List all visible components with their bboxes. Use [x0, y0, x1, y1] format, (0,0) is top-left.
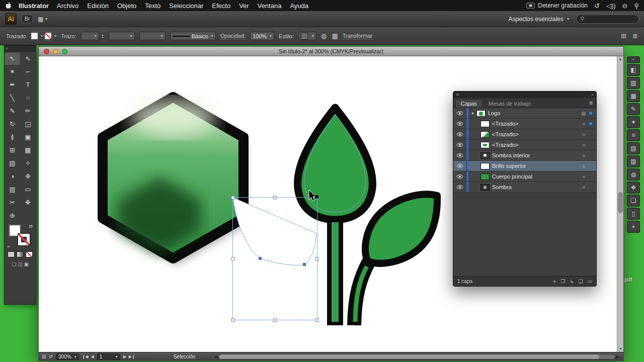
layer-thumbnail[interactable]: [480, 152, 490, 159]
layers-panel-close-button[interactable]: ✕: [456, 93, 459, 97]
tools-panel-collapse[interactable]: «: [5, 46, 36, 52]
workspace-switcher[interactable]: Aspectos esenciales ▾: [509, 16, 569, 23]
navigator-panel-icon[interactable]: ⌖: [627, 221, 640, 233]
artboard-number-field[interactable]: 1 ▾: [97, 353, 120, 360]
layer-label[interactable]: Sombra: [492, 184, 512, 190]
pencil-tool[interactable]: ✏: [20, 104, 36, 117]
layers-panel-icon[interactable]: ❏: [627, 195, 640, 207]
stroke-weight-field[interactable]: ▾: [81, 32, 99, 40]
layer-label[interactable]: <Trazado>: [492, 142, 519, 148]
brushes-panel-icon[interactable]: ✎: [627, 103, 640, 115]
zoom-tool[interactable]: ⊕: [5, 209, 20, 222]
recolor-artwork-icon[interactable]: ◍: [321, 32, 327, 40]
zoom-level-select[interactable]: 300% ▾: [56, 353, 79, 360]
width-profile-dropdown[interactable]: ▾: [139, 32, 166, 40]
target-indicator[interactable]: ○: [579, 142, 589, 148]
opacity-field[interactable]: 100% ▾: [250, 32, 274, 40]
next-artboard-button[interactable]: ▶: [123, 354, 126, 359]
spotlight-icon[interactable]: ⚲: [634, 2, 639, 10]
menu-edición[interactable]: Edición: [87, 2, 109, 10]
tab-mesas-de-trabajo[interactable]: Mesas de trabajo: [484, 99, 536, 108]
prev-artboard-button[interactable]: ◀: [91, 354, 94, 359]
layer-row[interactable]: Brillo superior ○: [453, 161, 596, 171]
stroke-dropdown-arrow[interactable]: ▾: [53, 34, 56, 38]
layer-label[interactable]: <Trazado>: [492, 121, 519, 127]
layer-row[interactable]: ▼ Logo ◎: [453, 108, 596, 119]
sprout-small-leaf[interactable]: [365, 194, 437, 263]
color-guide-panel-icon[interactable]: ▧: [627, 77, 640, 89]
scroll-down-icon[interactable]: ▼: [619, 346, 622, 351]
artboard-tool[interactable]: ▭: [20, 183, 36, 196]
step-down-icon[interactable]: ▼: [102, 36, 104, 39]
stroke-color-swatch[interactable]: [44, 32, 52, 40]
vertical-scroll-thumb[interactable]: [618, 192, 623, 213]
menu-ventana[interactable]: Ventana: [258, 2, 282, 10]
color-panel-icon[interactable]: ◧: [627, 64, 640, 76]
layer-row[interactable]: Sombra interior ○: [453, 150, 596, 161]
layer-thumbnail[interactable]: [476, 110, 486, 117]
column-graph-tool[interactable]: ▥: [5, 183, 20, 196]
lasso-tool[interactable]: ∽: [20, 65, 36, 78]
stroke-panel-icon[interactable]: ≡: [627, 129, 640, 141]
target-indicator[interactable]: ○: [579, 174, 589, 179]
new-sublayer-icon[interactable]: ↳: [570, 279, 574, 285]
selection-tool[interactable]: ↖: [5, 52, 20, 65]
sprout-main-leaf[interactable]: [298, 108, 373, 220]
minimize-button[interactable]: [53, 49, 58, 54]
artboards-panel-icon[interactable]: ▯: [627, 208, 640, 220]
pen-tool[interactable]: ✒: [5, 78, 20, 91]
target-indicator[interactable]: ○: [579, 163, 589, 169]
visibility-toggle[interactable]: [453, 129, 466, 139]
zoom-button[interactable]: [62, 49, 67, 54]
menu-ayuda[interactable]: Ayuda: [290, 2, 308, 10]
blend-tool[interactable]: ◑: [5, 169, 20, 183]
width-tool[interactable]: ≬: [5, 130, 20, 143]
search-box[interactable]: ⚲: [576, 15, 639, 24]
stroke-weight-stepper[interactable]: ▲ ▼: [102, 34, 104, 39]
apple-menu[interactable]: [5, 2, 12, 9]
appearance-panel-icon[interactable]: ◍: [627, 168, 640, 180]
scroll-up-icon[interactable]: ▲: [619, 56, 622, 62]
fill-color-swatch[interactable]: [31, 32, 38, 40]
menu-efecto[interactable]: Efecto: [212, 2, 230, 10]
history-icon[interactable]: ↺: [594, 2, 600, 10]
layer-label[interactable]: Cuerpo principal: [492, 173, 532, 179]
layer-row[interactable]: Cuerpo principal ○: [453, 171, 596, 182]
status-flow-icon[interactable]: ⇄: [49, 354, 53, 359]
layer-row[interactable]: <Trazado> ○: [453, 129, 596, 140]
layer-label[interactable]: <Trazado>: [492, 131, 519, 137]
target-indicator[interactable]: ○: [579, 121, 589, 127]
gradient-tool[interactable]: ▤: [5, 156, 20, 169]
ellipse-tool[interactable]: ○: [20, 91, 36, 104]
graphic-style-dropdown[interactable]: ▾: [298, 32, 316, 40]
layer-thumbnail[interactable]: [480, 142, 490, 148]
menu-ver[interactable]: Ver: [239, 2, 249, 10]
layers-panel-collapse-button[interactable]: »: [592, 93, 594, 97]
dock-expand-button[interactable]: «: [627, 56, 640, 63]
arrange-documents-button[interactable]: ▦ ▾: [38, 16, 47, 23]
panel-menu-icon[interactable]: ≣: [589, 100, 593, 106]
layer-label[interactable]: Brillo superior: [492, 163, 526, 169]
visibility-toggle[interactable]: [453, 150, 466, 160]
layer-thumbnail[interactable]: [480, 131, 490, 138]
mesh-tool[interactable]: ▦: [20, 143, 36, 156]
graphic-styles-panel-icon[interactable]: ❖: [627, 182, 640, 194]
first-artboard-button[interactable]: ❙◀: [82, 354, 89, 359]
bridge-button[interactable]: Br: [22, 15, 33, 23]
status-doc-icon[interactable]: ▤: [42, 354, 46, 359]
desktop-file-label[interactable]: pdf: [624, 277, 632, 283]
target-indicator[interactable]: ○: [579, 132, 589, 137]
symbols-panel-icon[interactable]: ✦: [627, 116, 640, 128]
brush-definition-dropdown[interactable]: ▾: [109, 32, 135, 40]
panel-options-icon[interactable]: ≣: [632, 32, 638, 40]
slice-tool[interactable]: ✂: [5, 196, 20, 209]
scale-tool[interactable]: ◲: [20, 117, 36, 130]
layer-label[interactable]: Sombra interior: [492, 152, 530, 158]
menu-archivo[interactable]: Archivo: [57, 2, 78, 10]
tab-capas[interactable]: Capas: [455, 99, 482, 108]
new-layer-icon[interactable]: ❏: [579, 279, 583, 285]
scroll-left-icon[interactable]: ◀: [213, 354, 218, 359]
layer-thumbnail[interactable]: [480, 163, 490, 169]
screen-mode-buttons[interactable]: ▢ ◫ ▣: [5, 261, 36, 267]
rotate-tool[interactable]: ↻: [5, 117, 20, 130]
